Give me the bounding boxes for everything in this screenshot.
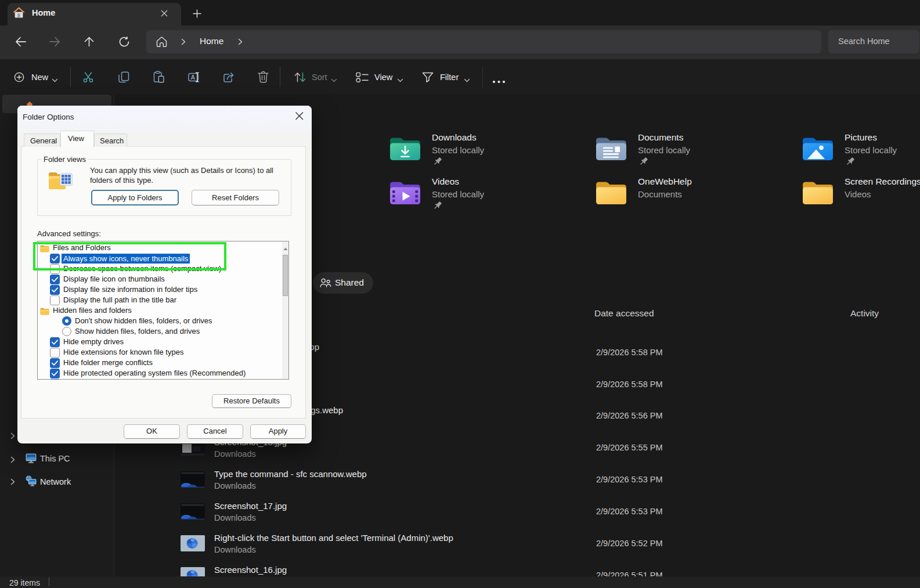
svg-text:A: A: [191, 74, 196, 81]
